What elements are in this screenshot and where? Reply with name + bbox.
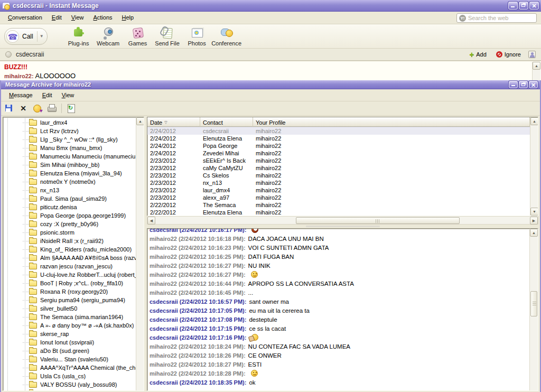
toolbar-button[interactable]: Plug-ins	[64, 26, 93, 46]
close-button[interactable]: ✕	[529, 2, 539, 10]
menu-item[interactable]: Conversation	[3, 13, 47, 23]
column-header-date[interactable]: Date ▽	[147, 117, 200, 127]
tree-folder-item[interactable]: Paul. Sima (paul_sima29)	[3, 194, 144, 203]
tree-folder-item[interactable]: nx_n13	[3, 186, 144, 194]
tree-folder-item[interactable]: Manu Bmx (manu_bmx)	[3, 144, 144, 152]
tree-folder-item[interactable]: Roxana R (roxy.georgy20)	[3, 287, 144, 296]
toolbar-button[interactable]: Photos	[183, 26, 211, 46]
menu-item[interactable]: Edit	[38, 90, 57, 100]
tree-folder-item[interactable]: Popa George (popa.george1999)	[3, 211, 144, 220]
tree-folder-item[interactable]: AAAA^XqTr^AAAA Chemical (the_chem	[3, 363, 144, 372]
tree-item-label: King_of_ Riders (radu_miclea2000)	[40, 246, 132, 253]
scroll-up-button[interactable]: ▲	[530, 117, 538, 125]
menu-item[interactable]: Help	[117, 13, 139, 23]
panel-splitter[interactable]	[147, 225, 538, 228]
scroll-right-button[interactable]: ▶	[530, 217, 538, 225]
table-row[interactable]: 2/24/2012 Popa George mihairo22	[147, 142, 530, 150]
tree-folder-item[interactable]: Llg _Sky ^_^ wOw ::* (llg_sky)	[3, 135, 144, 144]
table-row[interactable]: 2/23/2012 laur_dmx4 mihairo22	[147, 186, 530, 194]
tree-folder-item[interactable]: Sim Mihai (mihboy_bb)	[3, 161, 144, 169]
tree-folder-item[interactable]: aDo Bt (sud.green)	[3, 347, 144, 355]
scroll-down-button[interactable]: ▼	[530, 208, 538, 216]
im-titlebar[interactable]: csdecsraii - Instant Message ✕	[0, 0, 541, 12]
scrollbar-thumb[interactable]	[530, 291, 537, 316]
table-row[interactable]: 2/23/2012 alexx_a97 mihairo22	[147, 194, 530, 201]
table-row[interactable]: 2/24/2012 Zevedei Mihai mihairo22	[147, 150, 530, 157]
restore-button[interactable]	[519, 2, 528, 10]
tree-folder-item[interactable]: BooT | Roby ;x^cL. (roby_fifa10)	[3, 279, 144, 287]
scroll-up-button[interactable]: ▲	[136, 117, 144, 125]
table-horizontal-scrollbar[interactable]: ◀ ▶	[147, 216, 538, 225]
call-button[interactable]: ☎ Call ▼	[4, 28, 48, 45]
close-button[interactable]: ✕	[529, 81, 538, 88]
tree-folder-item[interactable]: Sergiu puma94 (sergiu_puma94)	[3, 296, 144, 304]
delete-icon[interactable]: ✕	[18, 104, 28, 113]
tree-folder-item[interactable]: skerse_rap	[3, 330, 144, 338]
chevron-down-icon[interactable]: ▼	[40, 34, 44, 39]
tree-folder-item[interactable]: psionic.storm	[3, 228, 144, 237]
tree-folder-item[interactable]: cozy :X (pretty_b0y96)	[3, 220, 144, 228]
table-row[interactable]: 2/23/2012 sEEkEr^ Is Back mihairo22	[147, 157, 530, 164]
table-row[interactable]: 2/23/2012 caMy CaMytZU mihairo22	[147, 164, 530, 172]
search-input[interactable]	[468, 15, 534, 21]
toolbar-button[interactable]: Webcam	[94, 26, 123, 46]
menu-item[interactable]: View	[57, 90, 79, 100]
table-row[interactable]: 2/22/2012 Elenutza Elena mihairo22	[147, 209, 530, 216]
chat-sender-timestamp: csdecsraii (2/24/2012 10:17:05 PM):	[150, 307, 246, 314]
scroll-up-button[interactable]: ▲	[533, 62, 540, 70]
chat-scrollbar[interactable]: ▲	[529, 229, 538, 391]
chat-message: csdecsraii (2/24/2012 10:17:15 PM):ce ss…	[150, 324, 526, 333]
tree-folder-item[interactable]: laur_dmx4	[3, 118, 144, 127]
contact-details-icon[interactable]	[528, 51, 536, 58]
tree-folder-item[interactable]: King_of_ Riders (radu_miclea2000)	[3, 245, 144, 254]
tree-folder-item[interactable]: Usla Cs (usla_cs)	[3, 372, 144, 380]
column-header-profile[interactable]: Your Profile	[253, 117, 530, 127]
emoticon-icon[interactable]	[33, 104, 42, 113]
tree-folder-item[interactable]: Dumas Vechi @ CS16 RO (vechi_cs16)	[3, 389, 144, 391]
table-row[interactable]: 2/24/2012 Elenutza Elena mihairo22	[147, 135, 530, 142]
menu-item[interactable]: View	[67, 13, 89, 23]
refresh-icon[interactable]	[67, 104, 76, 113]
tree-folder-item[interactable]: The Semaca (sima.marian1964)	[3, 313, 144, 321]
tree-folder-item[interactable]: piticutz.denisa	[3, 203, 144, 211]
minimize-button[interactable]	[508, 2, 518, 10]
save-icon[interactable]	[4, 104, 14, 113]
scrollbar-thumb[interactable]	[296, 217, 460, 224]
print-icon[interactable]	[47, 104, 57, 113]
tree-scrollbar[interactable]: ▲	[136, 117, 144, 391]
menu-item[interactable]: Message	[4, 90, 38, 100]
tree-folder-item[interactable]: Elenutza Elena (miyavi_3la_94)	[3, 169, 144, 178]
tree-folder-item[interactable]: Lct Rzv (lctrzv)	[3, 127, 144, 135]
column-header-contact[interactable]: Contact	[200, 117, 253, 127]
table-row[interactable]: 2/24/2012 csdecsraii mihairo22	[147, 127, 530, 135]
archive-titlebar[interactable]: Message Archive for mihairo22 ✕	[1, 80, 540, 89]
tree-folder-item[interactable]: iNsideR RaIl ;x (r_raii92)	[3, 237, 144, 245]
tree-folder-item[interactable]: notme0x Y (notme0x)	[3, 178, 144, 186]
restore-button[interactable]	[519, 81, 528, 88]
table-row[interactable]: 2/22/2012 The Semaca mihairo22	[147, 201, 530, 209]
tree-folder-item[interactable]: razvan jescu (razvan_jescu)	[3, 262, 144, 270]
menu-item[interactable]: Actions	[88, 13, 117, 23]
toolbar-button[interactable]: Send File	[153, 26, 182, 46]
table-row[interactable]: 2/23/2012 Cs Skelos mihairo22	[147, 172, 530, 179]
tree-folder-item[interactable]: Ionut Ionut (ssvipraii)	[3, 338, 144, 347]
ignore-button[interactable]: Ignore	[496, 51, 521, 58]
tree-folder-item[interactable]: U-cluj-love.hz RobberT...ucluj (robert_u…	[3, 270, 144, 279]
cell-profile: mihairo22	[253, 135, 530, 142]
tree-folder-item[interactable]: Alm §AAAA AAÐ A¥®í©sA boss (razvan	[3, 254, 144, 262]
scroll-left-button[interactable]: ◀	[147, 217, 155, 225]
table-row[interactable]: 2/23/2012 nx_n13 mihairo22	[147, 179, 530, 186]
tree-folder-item[interactable]: Valeriu... Stan (svaleriu50)	[3, 355, 144, 363]
toolbar-button[interactable]: Conference	[212, 26, 241, 46]
tree-folder-item[interactable]: VALY BOSSU (valy_bossu98)	[3, 380, 144, 389]
cell-profile: mihairo22	[253, 209, 530, 216]
table-scrollbar[interactable]: ▲ ▼	[530, 117, 538, 216]
add-contact-button[interactable]: + Add	[469, 51, 486, 58]
tree-folder-item[interactable]: A »- ø dany boy™ ø -«A (sk.haxb0x)	[3, 321, 144, 330]
scroll-up-button[interactable]: ▲	[530, 229, 538, 237]
tree-folder-item[interactable]: silver_bullet50	[3, 304, 144, 313]
minimize-button[interactable]	[509, 81, 518, 88]
tree-folder-item[interactable]: Manumeciu Manumeciu (manumeciu1)	[3, 152, 144, 161]
toolbar-button[interactable]: Games	[124, 26, 152, 46]
menu-item[interactable]: Edit	[47, 13, 67, 23]
